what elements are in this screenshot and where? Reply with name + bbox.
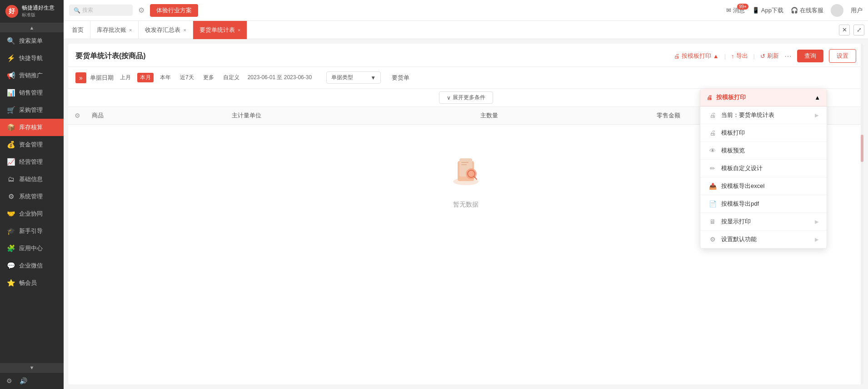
page-header-actions: 🖨 按模板打印 ▲ | ↑ 导出 | ↺ 刷新 ⋯ 查询: [674, 49, 856, 63]
collab-icon: 🤝: [6, 210, 15, 218]
dropdown-header[interactable]: 🖨 按模板打印 ▲: [700, 89, 827, 106]
dropdown-default-left: ⚙ 设置默认功能: [708, 235, 757, 243]
sidebar-item-system[interactable]: ⚙ 系统管理: [0, 188, 64, 205]
bill-type-label: 单据类型: [331, 74, 353, 81]
footer-settings-icon[interactable]: ⚙: [6, 377, 12, 384]
right-scrollbar[interactable]: [861, 44, 863, 384]
trial-button[interactable]: 体验行业方案: [150, 4, 198, 17]
sidebar: 好 畅捷通好生意 标准版 ▲ 🔍 搜索菜单 ⚡ 快捷导航 📢 营销推广 📊 销售…: [0, 0, 64, 389]
marketing-icon: 📢: [6, 71, 15, 80]
sidebar-item-marketing[interactable]: 📢 营销推广: [0, 67, 64, 84]
dropdown-close-icon[interactable]: ▲: [814, 94, 820, 101]
app-download-link[interactable]: 📱 App下载: [752, 6, 783, 15]
tabs-bar: 首页 库存批次账 × 收发存汇总表 × 要货单统计表 × ✕ ⤢: [64, 21, 868, 39]
tab-close-btn[interactable]: ✕: [839, 25, 850, 35]
dropdown-item-export-excel[interactable]: 📤 按模板导出excel: [700, 177, 827, 195]
sidebar-item-finance[interactable]: 💰 资金管理: [0, 136, 64, 153]
dropdown-item-export-pdf[interactable]: 📄 按模板导出pdf: [700, 195, 827, 213]
goods-label: 要货单: [392, 74, 409, 82]
message-badge[interactable]: ✉ 消息 99+: [726, 6, 745, 15]
sidebar-scroll-up[interactable]: ▲: [0, 23, 64, 32]
sidebar-item-member[interactable]: ⭐ 畅会员: [0, 274, 64, 292]
date-this-month[interactable]: 本月: [137, 73, 154, 82]
sidebar-item-sales[interactable]: 📊 销售管理: [0, 84, 64, 101]
sidebar-item-quick-nav[interactable]: ⚡ 快捷导航: [0, 50, 64, 67]
page-header: 要货单统计表(按商品) 🖨 按模板打印 ▲ | ↑ 导出 | ↺: [68, 44, 863, 67]
svg-rect-7: [461, 164, 467, 165]
dropdown-display-left: 🖥 按显示打印: [708, 217, 751, 226]
tab-close-order-stats[interactable]: ×: [238, 27, 240, 33]
message-icon: ✉: [726, 7, 731, 14]
tab-stock-summary[interactable]: 收发存汇总表 ×: [139, 21, 193, 39]
sidebar-item-operations[interactable]: 📈 经营管理: [0, 153, 64, 171]
setting-button[interactable]: 设置: [829, 49, 856, 63]
dropdown-item-template-preview[interactable]: 👁 模板预览: [700, 142, 827, 160]
online-service-link[interactable]: 🎧 在线客服: [791, 6, 823, 15]
sidebar-item-app-center[interactable]: 🧩 应用中心: [0, 240, 64, 257]
tab-expand-btn[interactable]: ⤢: [853, 25, 864, 35]
app-center-icon: 🧩: [6, 244, 15, 253]
template-preview-icon: 👁: [708, 147, 717, 154]
table-col-quantity: 主数量: [475, 107, 651, 125]
current-template-chevron: ▶: [815, 112, 818, 118]
dropdown-item-template-design[interactable]: ✏ 模板自定义设计: [700, 160, 827, 177]
page-inner: 要货单统计表(按商品) 🖨 按模板打印 ▲ | ↑ 导出 | ↺: [68, 44, 863, 384]
dropdown-print-icon: 🖨: [707, 94, 713, 101]
purchase-icon: 🛒: [6, 106, 15, 114]
template-design-icon: ✏: [708, 165, 717, 172]
sidebar-item-guide[interactable]: 🎓 新手引导: [0, 222, 64, 240]
username-label: 用户: [851, 6, 863, 15]
topbar-gear-icon[interactable]: ⚙: [138, 6, 145, 15]
sidebar-item-inventory[interactable]: 📦 库存核算: [0, 119, 64, 136]
guide-icon: 🎓: [6, 227, 15, 235]
sidebar-item-search[interactable]: 🔍 搜索菜单: [0, 32, 64, 50]
bill-type-select[interactable]: 单据类型 ▼: [326, 71, 381, 84]
empty-icon: [448, 152, 484, 195]
date-custom[interactable]: 自定义: [220, 73, 242, 82]
tab-order-stats[interactable]: 要货单统计表 ×: [193, 21, 247, 39]
dropdown-current-template[interactable]: 🖨 当前：要货单统计表 ▶: [700, 106, 827, 124]
sidebar-item-collab[interactable]: 🤝 企业协同: [0, 205, 64, 222]
search-box[interactable]: 🔍 搜索: [69, 5, 133, 16]
bill-type-chevron-icon: ▼: [370, 75, 376, 81]
display-print-chevron: ▶: [815, 219, 818, 225]
table-settings-icon[interactable]: ⚙: [75, 112, 80, 119]
headset-icon: 🎧: [791, 7, 798, 14]
sidebar-logo: 好 畅捷通好生意 标准版: [0, 0, 64, 23]
dropdown-header-controls: ▲: [814, 94, 820, 101]
dropdown-display-print[interactable]: 🖥 按显示打印 ▶: [700, 213, 827, 231]
date-this-year[interactable]: 本年: [157, 73, 174, 82]
expand-more-button[interactable]: ∨ 展开更多条件: [439, 91, 493, 104]
sidebar-scroll-down[interactable]: ▼: [0, 363, 64, 372]
expand-more-icon: ∨: [447, 95, 451, 101]
more-options-button[interactable]: ⋯: [784, 52, 792, 61]
quick-nav-icon: ⚡: [6, 54, 15, 62]
dropdown-default-func[interactable]: ⚙ 设置默认功能 ▶: [700, 231, 827, 248]
footer-speaker-icon[interactable]: 🔊: [20, 377, 27, 384]
user-avatar[interactable]: [831, 4, 843, 17]
refresh-button[interactable]: ↺ 刷新: [760, 52, 779, 60]
topbar: 🔍 搜索 ⚙ 体验行业方案 ✉ 消息 99+ 📱 App下载 🎧 在线客服 用户: [64, 0, 868, 21]
sidebar-item-basic-info[interactable]: 🗂 基础信息: [0, 171, 64, 188]
main-content: 🔍 搜索 ⚙ 体验行业方案 ✉ 消息 99+ 📱 App下载 🎧 在线客服 用户: [64, 0, 868, 389]
print-button[interactable]: 🖨 按模板打印 ▲: [674, 52, 719, 60]
app-edition: 标准版: [22, 12, 55, 18]
default-func-icon: ⚙: [708, 236, 717, 243]
sidebar-footer: ⚙ 🔊: [0, 372, 64, 389]
query-button[interactable]: 查询: [797, 50, 823, 62]
filter-expand-button[interactable]: »: [75, 72, 86, 83]
template-print-icon: 🖨: [708, 129, 717, 136]
table-col-settings[interactable]: ⚙: [68, 107, 86, 125]
tab-home[interactable]: 首页: [65, 21, 90, 39]
date-last-month[interactable]: 上月: [117, 73, 134, 82]
tab-close-inventory-batch[interactable]: ×: [129, 27, 132, 33]
date-more[interactable]: 更多: [200, 73, 217, 82]
dropdown-item-template-print[interactable]: 🖨 模板打印: [700, 124, 827, 142]
tab-inventory-batch[interactable]: 库存批次账 ×: [90, 21, 139, 39]
date-7days[interactable]: 近7天: [177, 73, 197, 82]
wechat-icon: 💬: [6, 262, 15, 270]
sidebar-item-wechat[interactable]: 💬 企业微信: [0, 257, 64, 274]
export-button[interactable]: ↑ 导出: [731, 52, 748, 60]
tab-close-stock-summary[interactable]: ×: [183, 27, 186, 33]
sidebar-item-purchase[interactable]: 🛒 采购管理: [0, 101, 64, 119]
